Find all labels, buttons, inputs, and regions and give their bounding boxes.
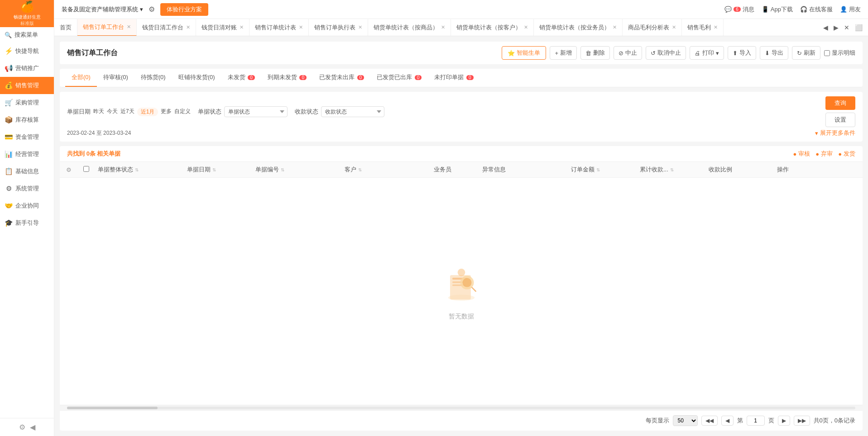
th-staff[interactable]: 业务员 [430, 166, 478, 174]
sidebar-item-sales[interactable]: 💰 销售管理 [0, 77, 54, 94]
date-1month[interactable]: 近1月 [137, 108, 158, 116]
tab-product-margin[interactable]: 商品毛利分析表 ✕ [623, 19, 682, 36]
smart-create-button[interactable]: ⭐ 智能生单 [502, 46, 546, 60]
industry-solution-button[interactable]: 体验行业方案 [160, 3, 208, 16]
tab-close-icon[interactable]: ✕ [299, 24, 303, 30]
first-page-button[interactable]: ◀◀ [701, 416, 718, 426]
export-button[interactable]: ⬇ 导出 [760, 46, 788, 60]
sidebar-item-finance[interactable]: 💳 资金管理 [0, 128, 54, 146]
app-download-item[interactable]: 📱 App下载 [762, 5, 793, 14]
date-7days[interactable]: 近7天 [120, 108, 134, 116]
show-detail-checkbox[interactable]: 显示明细 [824, 49, 855, 57]
tab-close-icon[interactable]: ✕ [240, 24, 244, 30]
query-button[interactable]: 查询 [825, 96, 855, 110]
tab-sales-more[interactable]: 销售毛利 ✕ [682, 19, 724, 36]
th-setting[interactable]: ⚙ [60, 166, 78, 173]
setting-button[interactable]: 设置 [825, 113, 855, 127]
tab-sales-stats-customer[interactable]: 销货单统计表（按客户） ✕ [451, 19, 534, 36]
last-page-button[interactable]: ▶▶ [794, 416, 810, 426]
tab-close-icon[interactable]: ✕ [714, 24, 718, 30]
sidebar-item-enterprise[interactable]: 🤝 企业协同 [0, 197, 54, 214]
tab-home[interactable]: 首页 [54, 19, 77, 36]
ship-action-button[interactable]: ● 发货 [838, 150, 855, 158]
sub-tab-shipped-not-out[interactable]: 已发货未出库 0 [313, 69, 370, 87]
tab-close-icon[interactable]: ✕ [127, 24, 131, 30]
tab-close-icon[interactable]: ✕ [186, 24, 190, 30]
page-number-input[interactable] [747, 416, 765, 426]
sidebar-item-base-info[interactable]: 📋 基础信息 [0, 163, 54, 180]
tab-sales-order-stats[interactable]: 销售订单统计表 ✕ [249, 19, 309, 36]
refresh-button[interactable]: ↻ 刷新 [792, 46, 820, 60]
status-select[interactable]: 单据状态 [224, 106, 288, 117]
tab-scroll-left-icon[interactable]: ◀ [821, 24, 830, 31]
import-button[interactable]: ⬆ 导入 [728, 46, 756, 60]
next-page-button[interactable]: ▶ [778, 416, 790, 426]
collapse-icon[interactable]: ◀ [30, 423, 35, 431]
date-more[interactable]: 更多 [161, 108, 172, 116]
sidebar-item-newbie[interactable]: 🎓 新手引导 [0, 214, 54, 232]
th-customer[interactable]: 客户 ⇅ [341, 166, 430, 174]
tab-scroll-right-icon[interactable]: ▶ [832, 24, 840, 31]
sub-tab-pending-inspect[interactable]: 待拣货(0) [134, 69, 172, 87]
cancel-stop-button[interactable]: ↺ 取消中止 [646, 46, 686, 60]
th-abnormal[interactable]: 异常信息 [479, 166, 568, 174]
topbar-gear-icon[interactable]: ⚙ [149, 5, 155, 14]
prev-page-button[interactable]: ◀ [721, 416, 734, 426]
tab-close-icon[interactable]: ✕ [524, 24, 528, 30]
tab-close-icon[interactable]: ✕ [613, 24, 617, 30]
message-icon-item[interactable]: 💬 6 消息 [724, 5, 754, 14]
sub-tab-not-shipped[interactable]: 未发货 0 [221, 69, 261, 87]
review-action-button[interactable]: ● 审核 [793, 150, 810, 158]
delete-button[interactable]: 🗑 删除 [580, 46, 610, 60]
tab-close-all-icon[interactable]: ✕ [842, 24, 851, 31]
tab-sales-stats-product[interactable]: 销货单统计表（按商品） ✕ [368, 19, 451, 36]
scrollbar-thumb[interactable] [67, 407, 158, 409]
th-collected[interactable]: 累计收款... ⇅ [636, 166, 705, 174]
stop-button[interactable]: ⊘ 中止 [614, 46, 642, 60]
settings-icon[interactable]: ⚙ [19, 423, 25, 431]
system-title-dropdown[interactable]: 装备及固定资产辅助管理系统 ▾ [62, 5, 143, 14]
total-pages-label: 共0页，0条记录 [814, 417, 855, 425]
sub-tab-pending-review[interactable]: 待审核(0) [97, 69, 134, 87]
sub-tab-shipped-out[interactable]: 已发货已出库 0 [370, 69, 428, 87]
date-yesterday[interactable]: 昨天 [93, 108, 104, 116]
sidebar-item-purchase[interactable]: 🛒 采购管理 [0, 94, 54, 111]
sub-tab-overdue-not-shipped[interactable]: 到期未发货 0 [261, 69, 313, 87]
sidebar-item-quick-nav[interactable]: ⚡ 快捷导航 [0, 43, 54, 60]
payment-select[interactable]: 收款状态 [321, 106, 384, 117]
sidebar-item-system[interactable]: ⚙ 系统管理 [0, 180, 54, 197]
th-num[interactable]: 单据编号 ⇅ [252, 166, 341, 174]
online-service-item[interactable]: 🎧 在线客服 [800, 5, 833, 14]
sub-tab-all[interactable]: 全部(0) [65, 69, 97, 87]
horizontal-scrollbar[interactable] [60, 405, 863, 410]
sidebar-item-marketing[interactable]: 📢 营销推广 [0, 60, 54, 77]
sub-tab-not-printed[interactable]: 未打印单据 0 [428, 69, 480, 87]
reject-action-button[interactable]: ● 弃审 [815, 150, 833, 158]
th-amount[interactable]: 订单金额 ⇅ [567, 166, 636, 174]
date-custom[interactable]: 自定义 [174, 108, 191, 116]
date-today[interactable]: 今天 [107, 108, 118, 116]
add-button[interactable]: + 新增 [550, 46, 577, 60]
user-item[interactable]: 👤 用友 [840, 5, 861, 14]
page-size-select[interactable]: 10 20 50 100 [673, 415, 698, 426]
tab-sales-order-exec[interactable]: 销售订单执行表 ✕ [309, 19, 368, 36]
tab-sales-stats-staff[interactable]: 销货单统计表（按业务员） ✕ [534, 19, 623, 36]
expand-conditions-button[interactable]: ▾ 展开更多条件 [815, 129, 855, 137]
th-date[interactable]: 单据日期 ⇅ [183, 166, 252, 174]
sub-tab-wangpu[interactable]: 旺铺待发货(0) [172, 69, 221, 87]
sidebar-item-inventory[interactable]: 📦 库存核算 [0, 111, 54, 128]
tab-close-icon[interactable]: ✕ [672, 24, 676, 30]
sidebar-search[interactable]: 🔍 搜索菜单 [0, 27, 54, 43]
tab-close-icon[interactable]: ✕ [358, 24, 362, 30]
tab-maximize-icon[interactable]: ⬜ [853, 24, 864, 31]
show-detail-input[interactable] [824, 50, 830, 56]
th-status[interactable]: 单据整体状态 ⇅ [94, 166, 183, 174]
tab-close-icon[interactable]: ✕ [441, 24, 445, 30]
select-all-checkbox[interactable] [83, 166, 89, 172]
th-checkbox[interactable] [78, 166, 94, 173]
tab-cash-daily[interactable]: 钱货日清工作台 ✕ [137, 19, 196, 36]
sidebar-item-operations[interactable]: 📊 经营管理 [0, 146, 54, 163]
print-button[interactable]: 🖨 打印 ▾ [690, 46, 724, 60]
tab-sales-order-workbench[interactable]: 销售订单工作台 ✕ [77, 19, 137, 36]
tab-cash-reconcile[interactable]: 钱货日清对账 ✕ [196, 19, 249, 36]
